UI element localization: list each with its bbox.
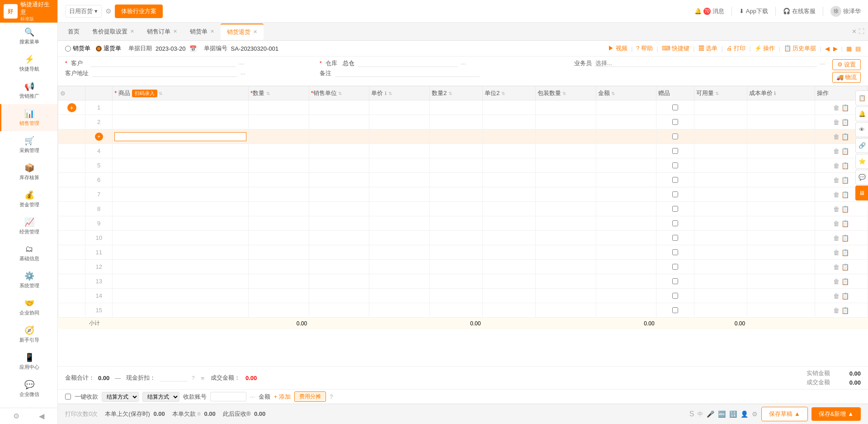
- delete-icon-1[interactable]: 🗑: [833, 104, 840, 111]
- address-input[interactable]: [92, 70, 237, 77]
- delete-icon[interactable]: 🗑: [833, 148, 840, 155]
- salesperson-input[interactable]: [595, 60, 816, 67]
- sort-unit-icon[interactable]: ⇅: [338, 91, 342, 96]
- copy-icon[interactable]: 📋: [841, 148, 849, 155]
- copy-icon[interactable]: 📋: [841, 220, 849, 227]
- input-method-icon[interactable]: S: [689, 410, 694, 418]
- td-unit-3[interactable]: [309, 129, 369, 144]
- copy-icon[interactable]: 📋: [841, 176, 849, 184]
- account-input[interactable]: [210, 392, 246, 401]
- sort-qty-icon[interactable]: ⇅: [266, 91, 270, 96]
- radio-return[interactable]: 退货单: [96, 44, 121, 52]
- grid-view-icon[interactable]: ▦: [846, 45, 852, 52]
- gift-checkbox[interactable]: [672, 191, 678, 197]
- gift-checkbox-2[interactable]: [672, 119, 678, 125]
- copy-icon[interactable]: 📋: [841, 263, 849, 271]
- save-new-btn[interactable]: 保存&新增 ▲: [811, 407, 861, 421]
- message-btn[interactable]: 🔔 70 消息: [694, 7, 724, 15]
- prev-record-icon[interactable]: ◀: [825, 45, 830, 52]
- current-due-icon[interactable]: ®: [197, 412, 200, 417]
- close-all-icon[interactable]: ✕: [852, 28, 857, 35]
- person-icon[interactable]: 👤: [741, 410, 748, 418]
- float-alert-btn[interactable]: 🔔: [855, 106, 868, 121]
- copy-icon[interactable]: 📋: [841, 292, 849, 300]
- gift-checkbox[interactable]: [672, 148, 678, 154]
- sidebar-item-shortcut[interactable]: ⚡ 快捷导航: [0, 50, 57, 77]
- td-avail-3[interactable]: [694, 129, 747, 144]
- float-screen-btn[interactable]: 🖥: [855, 186, 868, 200]
- copy-icon[interactable]: 📋: [841, 307, 849, 314]
- delete-icon-3[interactable]: 🗑: [833, 133, 840, 140]
- copy-icon[interactable]: 📋: [841, 205, 849, 213]
- float-link-btn[interactable]: 🔗: [855, 138, 868, 153]
- delete-icon[interactable]: 🗑: [833, 249, 840, 256]
- tab-sale-return-close[interactable]: ✕: [253, 29, 257, 35]
- maximize-icon[interactable]: ⛶: [859, 28, 864, 35]
- cost-info-icon[interactable]: ℹ: [774, 91, 776, 96]
- td-product-3[interactable]: [113, 129, 249, 144]
- td-unit2-3[interactable]: [482, 129, 535, 144]
- sort-pkg-icon[interactable]: ⇅: [562, 91, 566, 96]
- gift-checkbox[interactable]: [672, 278, 678, 284]
- copy-icon[interactable]: 📋: [841, 162, 849, 169]
- customer-input[interactable]: [91, 60, 236, 67]
- tab-sale-price[interactable]: 售价提取设置 ✕: [86, 24, 141, 39]
- history-btn[interactable]: 📋 历史单据: [784, 44, 816, 52]
- delete-icon[interactable]: 🗑: [833, 176, 840, 184]
- delete-icon[interactable]: 🗑: [833, 220, 840, 227]
- discount-input[interactable]: [160, 375, 187, 381]
- copy-icon[interactable]: 📋: [841, 234, 849, 242]
- copy-icon-3[interactable]: 📋: [841, 133, 849, 140]
- industry-selector[interactable]: 日用百货 ▾: [65, 5, 102, 18]
- delete-icon[interactable]: 🗑: [833, 162, 840, 169]
- settings-side-btn[interactable]: ⚙ 设置: [832, 59, 861, 70]
- shortcut-btn[interactable]: ⌨ 快捷键: [662, 44, 690, 52]
- delete-icon[interactable]: 🗑: [833, 292, 840, 300]
- mic-icon[interactable]: 🎤: [707, 410, 714, 418]
- calc-method-select[interactable]: 结算方式: [142, 392, 179, 402]
- tab-sale-delivery-close[interactable]: ✕: [210, 29, 214, 34]
- gear-col-icon[interactable]: ⚙: [60, 90, 66, 97]
- list-view-icon[interactable]: ▤: [855, 45, 861, 52]
- online-service-btn[interactable]: 🎧 在线客服: [783, 7, 816, 15]
- salesperson-dots[interactable]: ···: [820, 60, 825, 67]
- sort-product-icon[interactable]: ⇅: [159, 91, 162, 96]
- th-gear[interactable]: ⚙: [58, 86, 85, 100]
- radio-sale[interactable]: 销货单: [65, 44, 90, 52]
- gift-checkbox[interactable]: [672, 177, 678, 183]
- float-star-btn[interactable]: ⭐: [855, 154, 868, 169]
- collapse-icon[interactable]: ◀: [39, 412, 44, 420]
- gift-checkbox[interactable]: [672, 293, 678, 299]
- sidebar-item-operation[interactable]: 📈 经营管理: [0, 213, 57, 240]
- settlement-select[interactable]: 结算方式: [102, 392, 139, 402]
- warehouse-input[interactable]: [358, 60, 458, 67]
- sidebar-item-finance[interactable]: 💰 资金管理: [0, 186, 57, 213]
- copy-icon[interactable]: 📋: [841, 191, 849, 198]
- expense-tab-btn[interactable]: 费用分摊: [294, 391, 326, 402]
- sidebar-item-guide[interactable]: 🧭 新手引导: [0, 321, 57, 348]
- radio-sale-input[interactable]: [65, 46, 71, 52]
- save-draft-btn[interactable]: 保存草稿 ▲: [761, 407, 808, 421]
- logistics-side-btn[interactable]: 🚚 物流: [832, 72, 861, 83]
- settings-bottom-icon[interactable]: ⚙: [13, 412, 19, 420]
- delete-icon-2[interactable]: 🗑: [833, 119, 840, 126]
- copy-icon-1[interactable]: 📋: [841, 104, 849, 111]
- price-info-icon[interactable]: ℹ: [385, 91, 387, 96]
- gift-checkbox-3[interactable]: [672, 133, 678, 139]
- td-pkg-3[interactable]: [535, 129, 596, 144]
- sidebar-item-wechat[interactable]: 💬 企业微信: [0, 375, 57, 402]
- gift-checkbox[interactable]: [672, 307, 678, 313]
- product-input-3[interactable]: [114, 132, 246, 141]
- add-row-btn[interactable]: +: [67, 103, 76, 112]
- gift-checkbox[interactable]: [672, 235, 678, 241]
- select-btn[interactable]: ☰ 选单: [698, 44, 718, 52]
- customer-dots[interactable]: ···: [239, 60, 244, 67]
- sidebar-item-purchase[interactable]: 🛒 采购管理: [0, 131, 57, 158]
- sidebar-item-inventory[interactable]: 📦 库存核算: [0, 158, 57, 186]
- operation-btn[interactable]: ⚡ 操作: [755, 44, 775, 52]
- account-dots[interactable]: ···: [250, 393, 255, 400]
- topbar-settings-icon[interactable]: ⚙: [105, 7, 111, 15]
- add-payment-btn[interactable]: + 添加: [274, 393, 291, 401]
- float-eye-btn[interactable]: 👁: [855, 122, 868, 137]
- help-btn[interactable]: ? 帮助: [636, 44, 653, 52]
